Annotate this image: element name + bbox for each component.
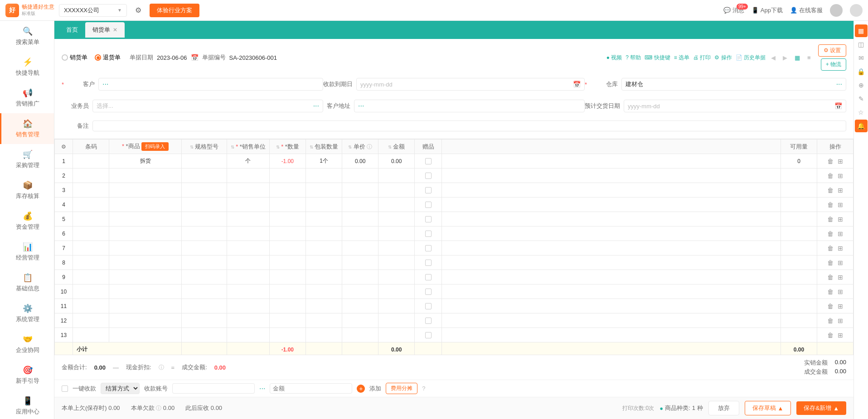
cell-pkg[interactable]: 1个 — [305, 154, 342, 169]
cell-qty[interactable] — [269, 197, 305, 212]
cell-product[interactable] — [109, 169, 182, 183]
cell-unit[interactable] — [227, 169, 270, 183]
delete-icon[interactable]: 🗑 — [827, 303, 834, 310]
cell-pkg[interactable] — [305, 270, 342, 284]
add-payment-button[interactable]: + — [357, 385, 365, 393]
video-link[interactable]: ● 视频 — [606, 54, 622, 62]
cell-qty[interactable] — [269, 328, 305, 342]
cell-gift[interactable] — [415, 169, 442, 183]
rp-notify-icon[interactable]: 🔔 — [855, 120, 868, 132]
cell-price[interactable] — [342, 241, 378, 255]
logistics-button[interactable]: + 物流 — [821, 58, 846, 71]
sort-icon-spec[interactable]: ⇅ — [190, 144, 194, 149]
settings-button[interactable]: ⚙ 设置 — [818, 44, 846, 57]
sidebar-item-inventory[interactable]: 📦 库存核算 — [0, 175, 54, 206]
rp-mail-icon[interactable]: ✉ — [855, 52, 868, 64]
calendar-icon[interactable]: 📅 — [191, 54, 199, 61]
cell-unit[interactable] — [227, 183, 270, 197]
cell-price[interactable] — [342, 169, 378, 183]
cell-unit[interactable] — [227, 299, 270, 313]
delete-icon[interactable]: 🗑 — [827, 332, 834, 339]
cell-qty[interactable] — [269, 299, 305, 313]
cell-amount[interactable] — [378, 270, 415, 284]
cell-product[interactable] — [109, 241, 182, 255]
scan-button[interactable]: 扫码录入 — [141, 142, 169, 151]
due-date-calendar-icon[interactable]: 📅 — [573, 81, 581, 88]
sidebar-item-system[interactable]: ⚙️ 系统管理 — [0, 298, 54, 329]
cell-amount[interactable] — [378, 183, 415, 197]
cell-barcode[interactable] — [73, 212, 109, 226]
salesperson-input[interactable]: 选择... ··· — [92, 100, 323, 112]
warehouse-dots[interactable]: ··· — [836, 80, 842, 88]
cell-pkg[interactable] — [305, 183, 342, 197]
rp-lock-icon[interactable]: 🔒 — [855, 65, 868, 78]
sidebar-item-sales[interactable]: 🏠 销售管理 — [0, 113, 54, 144]
cell-amount[interactable] — [378, 212, 415, 226]
copy-icon[interactable]: ⊞ — [838, 187, 843, 194]
copy-icon[interactable]: ⊞ — [838, 216, 843, 223]
settings-icon[interactable]: ⚙ — [131, 4, 145, 17]
cell-spec[interactable] — [182, 313, 227, 328]
cell-gift[interactable] — [415, 270, 442, 284]
cell-amount[interactable] — [378, 284, 415, 299]
sidebar-item-basic-info[interactable]: 📋 基础信息 — [0, 267, 54, 298]
sidebar-item-app-center[interactable]: 📱 应用中心 — [0, 390, 54, 419]
tab-sales-order[interactable]: 销货单 ✕ — [85, 22, 125, 38]
cell-unit[interactable] — [227, 328, 270, 342]
delete-icon[interactable]: 🗑 — [827, 259, 834, 266]
cell-unit[interactable] — [227, 284, 270, 299]
cell-amount[interactable] — [378, 299, 415, 313]
rp-plus-icon[interactable]: ⊕ — [855, 79, 868, 92]
delete-icon[interactable]: 🗑 — [827, 317, 834, 324]
cell-qty[interactable] — [269, 255, 305, 270]
cell-qty[interactable] — [269, 212, 305, 226]
nav-prev-icon[interactable]: ◀ — [771, 54, 776, 61]
copy-icon[interactable]: ⊞ — [838, 158, 843, 165]
th-settings[interactable]: ⚙ — [55, 140, 73, 154]
cell-qty[interactable]: -1.00 — [269, 154, 305, 169]
rp-layout-icon[interactable]: ◫ — [855, 38, 868, 51]
cell-unit[interactable] — [227, 270, 270, 284]
cell-qty[interactable] — [269, 313, 305, 328]
online-service-button[interactable]: 👤 在线客服 — [790, 6, 823, 14]
cell-spec[interactable] — [182, 212, 227, 226]
cell-gift[interactable] — [415, 328, 442, 342]
cell-pkg[interactable] — [305, 313, 342, 328]
radio-return-order[interactable]: 退货单 — [95, 53, 121, 62]
cell-qty[interactable] — [269, 226, 305, 241]
table-wrapper[interactable]: ⚙ 条码 * *商品 扫码录入 ⇅ — [54, 139, 853, 355]
copy-icon[interactable]: ⊞ — [838, 332, 843, 339]
list-view-icon[interactable]: ≡ — [807, 54, 811, 61]
cell-barcode[interactable] — [73, 241, 109, 255]
cell-unit[interactable] — [227, 241, 270, 255]
cell-price[interactable] — [342, 212, 378, 226]
cell-barcode[interactable] — [73, 197, 109, 212]
cell-gift[interactable] — [415, 212, 442, 226]
copy-icon[interactable]: ⊞ — [838, 230, 843, 237]
warehouse-input[interactable]: 建材仓 ··· — [621, 78, 846, 91]
remarks-input[interactable] — [92, 120, 846, 131]
sidebar-item-search[interactable]: 🔍 搜索菜单 — [0, 21, 54, 52]
cell-gift[interactable] — [415, 255, 442, 270]
cell-barcode[interactable] — [73, 169, 109, 183]
cell-pkg[interactable] — [305, 169, 342, 183]
cell-pkg[interactable] — [305, 241, 342, 255]
history-link[interactable]: 📄 历史单据 — [736, 54, 766, 62]
cell-unit[interactable] — [227, 212, 270, 226]
discount-info-icon[interactable]: ⓘ — [159, 364, 164, 371]
cell-product[interactable] — [109, 255, 182, 270]
one-click-payment-checkbox[interactable] — [62, 385, 68, 392]
debt-info-icon[interactable]: ⓘ — [156, 405, 161, 411]
cell-unit[interactable] — [227, 197, 270, 212]
cell-amount[interactable]: 0.00 — [378, 154, 415, 169]
customer-addr-dots[interactable]: ··· — [358, 102, 364, 110]
sidebar-item-quick-nav[interactable]: ⚡ 快捷导航 — [0, 52, 54, 82]
cell-spec[interactable] — [182, 270, 227, 284]
sidebar-item-enterprise[interactable]: 🤝 企业协同 — [0, 329, 54, 360]
rp-edit-icon[interactable]: ✎ — [855, 92, 868, 105]
cell-price[interactable] — [342, 197, 378, 212]
cell-product[interactable] — [109, 270, 182, 284]
cell-gift[interactable] — [415, 313, 442, 328]
app-download-button[interactable]: 📱 App下载 — [752, 6, 783, 14]
rp-star-icon[interactable]: ☆ — [855, 106, 868, 119]
